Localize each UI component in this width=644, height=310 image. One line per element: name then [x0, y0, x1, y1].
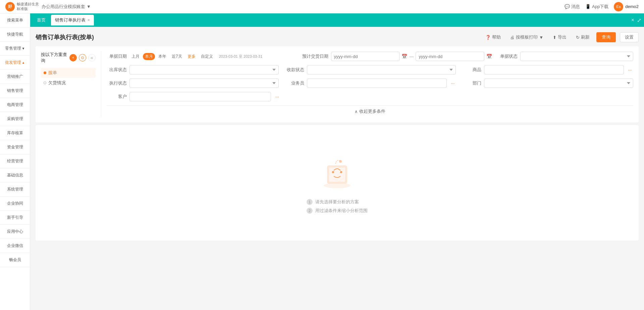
calendar-end-icon[interactable]: 📅 — [486, 54, 492, 59]
shortcut-this-month[interactable]: 本月 — [143, 53, 155, 60]
normal-dot-icon — [44, 82, 46, 84]
sidebar-item-basic[interactable]: 基础信息 — [0, 168, 30, 183]
date-dash: — — [409, 54, 414, 59]
search-row-3: 执行状态 业务员 ··· 部门 — [107, 79, 633, 88]
goods-more-icon[interactable]: ··· — [627, 67, 633, 72]
avatar: Ea — [614, 2, 623, 11]
shortcut-more[interactable]: 更多 — [185, 53, 198, 60]
expected-date-label: 预计交货日期 — [302, 53, 328, 59]
svg-point-5 — [339, 160, 342, 163]
search-row-1: 单据日期 上月 本月 本年 近7天 更多 自定义 2023-03-01 至 20… — [107, 52, 633, 61]
salesperson-label: 业务员 — [284, 80, 304, 86]
dept-label: 部门 — [461, 80, 481, 86]
salesperson-field: 业务员 ··· — [284, 79, 456, 88]
sidebar-item-purchase[interactable]: 采购管理 — [0, 112, 30, 126]
shortcut-last-month[interactable]: 上月 — [129, 53, 142, 60]
date-range-text: 2023-03-01 至 2023-03-31 — [219, 54, 263, 59]
sidebar-item-sales[interactable]: 销售管理 — [0, 84, 30, 98]
content-area: 首页 销售订单执行表 × × ⤢ 销售订单执行表(按单) ❓ 帮助 — [30, 13, 644, 310]
salesperson-input[interactable] — [307, 79, 447, 88]
sidebar: 搜索菜单 快捷导航 零售管理 ▼ 批发管理 ▲ 营销推广 销售管理 电商管理 采… — [0, 13, 30, 310]
app-download-button[interactable]: 📱 App下载 — [585, 4, 608, 10]
collapse-label: 收起更多条件 — [359, 108, 385, 114]
query-button[interactable]: 查询 — [596, 32, 616, 42]
sidebar-item-guide[interactable]: 新手引导 — [0, 211, 30, 225]
date-end-input[interactable] — [416, 52, 484, 61]
app-selector[interactable]: 办公用品行业模拟账套 ▼ — [42, 4, 91, 10]
sidebar-item-quicknav[interactable]: 快捷导航 — [0, 28, 30, 42]
tab-sales-exec[interactable]: 销售订单执行表 × — [51, 15, 94, 25]
search-row-2: 出库状态 收款状态 — [107, 65, 633, 74]
results-area: 1 请先选择要分析的方案 2 用过滤条件来缩小分析范围 — [36, 125, 639, 241]
settings-button[interactable]: 设置 — [620, 32, 639, 42]
add-scheme-button[interactable]: + — [69, 54, 77, 61]
collection-status-select[interactable] — [307, 65, 456, 74]
collection-status-label: 收款状态 — [284, 67, 304, 73]
message-button[interactable]: 💬 消息 — [565, 4, 580, 10]
copy-scheme-button[interactable]: ⊙ — [79, 54, 86, 61]
refresh-button[interactable]: ↻ 刷新 — [573, 33, 592, 42]
exec-status-field: 执行状态 — [107, 79, 279, 88]
topbar-right: 💬 消息 📱 App下载 Ea demo2 — [565, 2, 639, 11]
empty-tips: 1 请先选择要分析的方案 2 用过滤条件来缩小分析范围 — [307, 199, 368, 214]
status-select[interactable] — [520, 52, 633, 61]
expected-date-field: 预计交货日期 📅 — 📅 — [302, 52, 492, 61]
sidebar-item-wholesale[interactable]: 批发管理 ▲ — [0, 56, 30, 70]
window-close-button[interactable]: × — [631, 17, 634, 23]
quicknav-label: 快捷导航 — [7, 32, 23, 37]
sidebar-item-finance[interactable]: 资金管理 — [0, 140, 30, 154]
sidebar-item-ecommerce[interactable]: 电商管理 — [0, 98, 30, 112]
sidebar-item-retail[interactable]: 零售管理 ▼ — [0, 42, 30, 56]
collapse-sidebar-button[interactable]: « — [88, 54, 96, 61]
empty-tip-1: 1 请先选择要分析的方案 — [307, 199, 368, 205]
main-layout: 搜索菜单 快捷导航 零售管理 ▼ 批发管理 ▲ 营销推广 销售管理 电商管理 采… — [0, 13, 644, 310]
sidebar-item-system[interactable]: 系统管理 — [0, 183, 30, 197]
svg-point-3 — [332, 171, 334, 173]
calendar-start-icon[interactable]: 📅 — [401, 54, 407, 59]
search-panel: 按以下方案查询 + ⊙ « 按单 — [36, 46, 639, 122]
out-status-label: 出库状态 — [107, 67, 127, 73]
customer-input[interactable] — [129, 92, 271, 101]
status-field: 单据状态 — [497, 52, 633, 61]
empty-tip-2: 2 用过滤条件来缩小分析范围 — [307, 208, 368, 214]
dept-select[interactable] — [484, 79, 633, 88]
sidebar-item-wechat[interactable]: 企业微信 — [0, 239, 30, 253]
sidebar-item-cooperation[interactable]: 企业协同 — [0, 197, 30, 211]
scheme-item-0[interactable]: 按单 — [41, 68, 96, 78]
export-button[interactable]: ⬆ 导出 — [550, 33, 569, 42]
user-info[interactable]: Ea demo2 — [614, 2, 639, 11]
sidebar-item-operation[interactable]: 经营管理 — [0, 154, 30, 168]
customer-more-icon[interactable]: ··· — [274, 94, 280, 99]
sidebar-item-inventory[interactable]: 库存核算 — [0, 126, 30, 140]
sidebar-item-member[interactable]: 畅会员 — [0, 253, 30, 267]
page-header: 销售订单执行表(按单) ❓ 帮助 🖨 按模板打印 ▼ ⬆ 导出 — [36, 32, 639, 42]
search-menu-label: 搜索菜单 — [7, 18, 23, 22]
scheme-item-1[interactable]: 欠货情况 — [41, 78, 96, 88]
logo-icon: 好 — [5, 2, 15, 11]
print-button[interactable]: 🖨 按模板打印 ▼ — [507, 33, 546, 42]
tab-home[interactable]: 首页 — [33, 15, 50, 25]
window-maximize-button[interactable]: ⤢ — [637, 17, 641, 23]
collapse-row[interactable]: ∧ 收起更多条件 — [107, 105, 633, 117]
shortcut-this-year[interactable]: 本年 — [156, 53, 168, 60]
status-label: 单据状态 — [497, 53, 518, 59]
sidebar-item-marketing[interactable]: 营销推广 — [0, 70, 30, 84]
out-status-select[interactable] — [129, 65, 279, 74]
search-section: 按以下方案查询 + ⊙ « 按单 — [41, 52, 633, 117]
collapse-up-icon: ∧ — [355, 109, 358, 114]
search-sidebar-icons: + ⊙ « — [69, 54, 96, 61]
salesperson-more-icon[interactable]: ··· — [449, 81, 456, 86]
date-start-input[interactable] — [331, 52, 400, 61]
logo-text: 畅捷通好生意 标准版 — [17, 2, 39, 11]
help-button[interactable]: ❓ 帮助 — [483, 33, 503, 42]
goods-input[interactable] — [484, 65, 624, 74]
shortcut-custom[interactable]: 自定义 — [199, 53, 215, 60]
shortcut-7days[interactable]: 近7天 — [170, 53, 184, 60]
print-icon: 🖨 — [510, 35, 515, 40]
sidebar-item-search[interactable]: 搜索菜单 — [0, 13, 30, 28]
exec-status-select[interactable] — [129, 79, 279, 88]
empty-illustration — [317, 152, 357, 192]
tab-close-icon[interactable]: × — [88, 18, 90, 22]
active-dot-icon — [44, 71, 46, 74]
sidebar-item-apps[interactable]: 应用中心 — [0, 225, 30, 239]
